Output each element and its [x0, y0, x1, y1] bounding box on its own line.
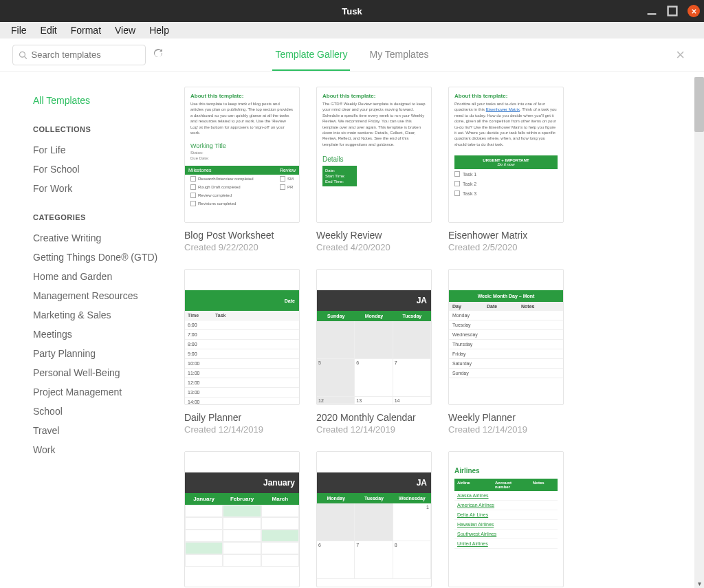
- template-thumb-eisenhower[interactable]: About this template: Prioritize all your…: [448, 87, 564, 223]
- sidebar-cat-gtd[interactable]: Getting Things Done® (GTD): [33, 248, 165, 267]
- close-icon[interactable]: [688, 5, 700, 17]
- template-thumb-cal2[interactable]: JA MondayTuesdayWednesday 1 678: [316, 451, 432, 587]
- scroll-down-icon[interactable]: ▾: [694, 578, 704, 588]
- sidebar-for-life[interactable]: For Life: [33, 140, 165, 160]
- template-title: Daily Planner: [184, 412, 300, 423]
- template-card[interactable]: Date TimeTask 6:00 7:00 8:00 9:00 10:00 …: [184, 269, 300, 435]
- sidebar-cat-meetings[interactable]: Meetings: [33, 325, 165, 344]
- tab-template-gallery[interactable]: Template Gallery: [272, 39, 350, 71]
- sidebar-heading-categories: CATEGORIES: [33, 213, 165, 221]
- minimize-icon[interactable]: [646, 6, 657, 17]
- window-title: Tusk: [342, 6, 362, 17]
- template-date: Created 4/20/2020: [316, 242, 432, 252]
- sidebar-cat-management[interactable]: Management Resources: [33, 286, 165, 305]
- template-card[interactable]: About this template: Use this template t…: [184, 87, 300, 252]
- search-input[interactable]: [12, 45, 146, 65]
- template-card[interactable]: JA MondayTuesdayWednesday 1 678: [316, 451, 432, 587]
- template-date: Created 12/14/2019: [448, 424, 564, 435]
- template-title: Eisenhower Matrix: [448, 230, 564, 241]
- template-title: 2020 Monthly Calendar: [316, 412, 432, 423]
- template-date: Created 12/14/2019: [184, 424, 300, 435]
- sidebar-cat-creative-writing[interactable]: Creative Writing: [33, 228, 165, 248]
- menu-file[interactable]: File: [4, 23, 34, 37]
- sidebar-cat-project-mgmt[interactable]: Project Management: [33, 382, 165, 402]
- search-field[interactable]: [32, 50, 140, 60]
- template-title: Weekly Planner: [448, 412, 564, 423]
- template-date: Created 9/22/2020: [184, 242, 300, 252]
- template-date: Created 12/14/2019: [316, 424, 432, 435]
- template-card[interactable]: Airlines AirlineAccount numberNotes Alas…: [448, 451, 564, 587]
- close-panel-icon[interactable]: ×: [676, 47, 685, 63]
- menu-format[interactable]: Format: [64, 23, 108, 37]
- template-card[interactable]: January JanuaryFebruaryMarch: [184, 451, 300, 587]
- menu-view[interactable]: View: [108, 23, 142, 37]
- sidebar-cat-travel[interactable]: Travel: [33, 421, 165, 440]
- svg-line-5: [25, 56, 27, 58]
- template-thumb-year[interactable]: January JanuaryFebruaryMarch: [184, 451, 300, 587]
- sidebar-cat-party[interactable]: Party Planning: [33, 344, 165, 363]
- template-thumb-weekly-review[interactable]: About this template: The GTD® Weekly Rev…: [316, 87, 432, 223]
- sidebar-for-school[interactable]: For School: [33, 160, 165, 179]
- menubar: File Edit Format View Help: [0, 22, 704, 39]
- sidebar-cat-marketing[interactable]: Marketing & Sales: [33, 305, 165, 325]
- scrollbar[interactable]: ▾: [694, 77, 704, 588]
- sidebar-heading-collections: COLLECTIONS: [33, 125, 165, 133]
- template-title: Weekly Review: [316, 230, 432, 241]
- sidebar-cat-wellbeing[interactable]: Personal Well-Being: [33, 363, 165, 382]
- template-thumb-monthly[interactable]: JA SundayMondayTuesday 567 121314: [316, 269, 432, 405]
- template-date: Created 2/5/2020: [448, 242, 564, 252]
- scrollbar-thumb[interactable]: [694, 77, 704, 132]
- sidebar-all-templates[interactable]: All Templates: [33, 91, 165, 110]
- template-thumb-daily[interactable]: Date TimeTask 6:00 7:00 8:00 9:00 10:00 …: [184, 269, 300, 405]
- template-thumb-airlines[interactable]: Airlines AirlineAccount numberNotes Alas…: [448, 451, 564, 587]
- svg-rect-1: [668, 7, 677, 16]
- window-titlebar: Tusk: [0, 0, 704, 22]
- svg-point-4: [20, 52, 25, 57]
- topbar: Template Gallery My Templates ×: [0, 39, 704, 72]
- sidebar: All Templates COLLECTIONS For Life For S…: [0, 72, 184, 588]
- menu-edit[interactable]: Edit: [34, 23, 64, 37]
- sidebar-cat-work[interactable]: Work: [33, 440, 165, 459]
- search-icon: [19, 50, 28, 60]
- sidebar-cat-home-garden[interactable]: Home and Garden: [33, 267, 165, 286]
- template-card[interactable]: JA SundayMondayTuesday 567 121314 2020 M…: [316, 269, 432, 435]
- maximize-icon[interactable]: [667, 6, 678, 17]
- template-card[interactable]: About this template: The GTD® Weekly Rev…: [316, 87, 432, 252]
- menu-help[interactable]: Help: [142, 23, 176, 37]
- template-thumb-blog[interactable]: About this template: Use this template t…: [184, 87, 300, 223]
- template-title: Blog Post Worksheet: [184, 230, 300, 241]
- template-thumb-weekly-planner[interactable]: Week: Month Day – Mont DayDateNotes Mond…: [448, 269, 564, 405]
- template-card[interactable]: About this template: Prioritize all your…: [448, 87, 564, 252]
- refresh-icon[interactable]: [153, 48, 164, 62]
- template-gallery: About this template: Use this template t…: [184, 72, 704, 588]
- svg-rect-0: [648, 13, 657, 14]
- sidebar-for-work[interactable]: For Work: [33, 179, 165, 198]
- template-card[interactable]: Week: Month Day – Mont DayDateNotes Mond…: [448, 269, 564, 435]
- tab-my-templates[interactable]: My Templates: [366, 39, 431, 71]
- sidebar-cat-school[interactable]: School: [33, 402, 165, 421]
